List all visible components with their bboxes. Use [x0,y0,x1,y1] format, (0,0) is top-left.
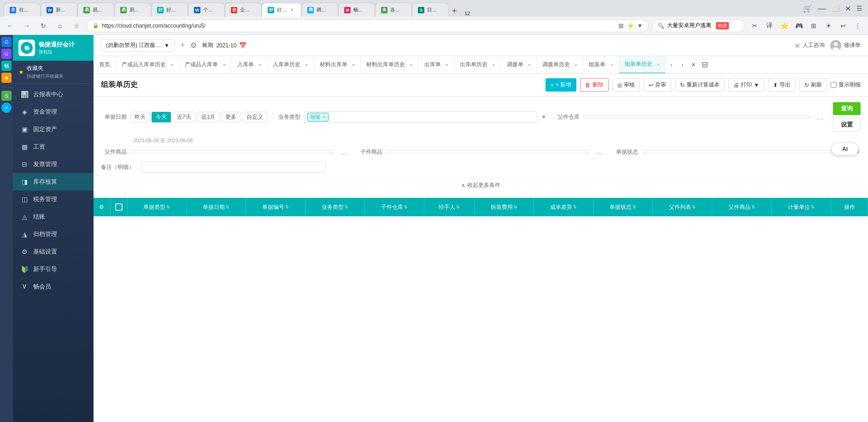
refresh-browser-btn[interactable]: ↻ [37,19,50,32]
browser-tab-1[interactable]: 在 在... [4,3,41,17]
col-child-warehouse[interactable]: 子件仓库 ⇅ [365,198,424,216]
col-dismantle-fee-sort-icon[interactable]: ⇅ [514,205,517,209]
tab-material-out-close[interactable]: × [352,62,355,68]
app-tab-home[interactable]: 首页 [94,56,116,74]
app-tab-stock-in-hist[interactable]: 入库单历史 × [267,56,314,74]
browser-tab-4[interactable]: 易 易... [114,3,151,17]
select-all-checkbox[interactable] [115,203,123,211]
add-company-btn[interactable]: + [180,40,185,50]
ai-floating-btn[interactable]: Ai [831,143,859,156]
browser-tab-3[interactable]: 易 易... [77,3,114,17]
browser-search-box[interactable]: 🔍 大量安卓用户逃离 热搜 [652,19,745,32]
col-date-sort-icon[interactable]: ⇅ [226,205,229,209]
tab-close-all-icon[interactable]: ⊟ [699,59,710,70]
app-tab-assembly[interactable]: 调拨单 × [501,56,537,74]
biz-type-tag[interactable]: 组装 × [307,113,328,121]
settings-gear-icon[interactable]: ⚙ [190,41,197,50]
ext-icon-6[interactable]: + [1,103,12,113]
tab-kit-close[interactable]: × [610,62,613,68]
browser-tab-5[interactable]: 好 好... [151,3,188,17]
sidebar-item-settlement[interactable]: ◬ 结账 [13,208,94,225]
tab-stock-in-close[interactable]: × [258,62,261,68]
ext-icon-3[interactable]: 畅 [1,61,12,71]
col-cost-diff-sort-icon[interactable]: ⇅ [573,205,577,209]
search-btn[interactable]: 查询 [833,102,861,115]
print-dropdown[interactable]: ▼ [754,82,759,88]
browser-tab-7[interactable]: 企 企... [225,3,262,17]
service-btn[interactable]: ☏ 人工咨询 [794,41,825,49]
app-tab-stock-out-hist[interactable]: 出库单历史 × [454,56,501,74]
sidebar-item-invoice[interactable]: ⊟ 发票管理 [13,156,94,173]
tab-prev-btn[interactable]: ‹ [666,59,677,70]
tab-prod-in-close[interactable]: × [223,62,225,68]
export-btn[interactable]: ⬆ 导出 [768,78,796,92]
col-status-sort-icon[interactable]: ⇅ [633,205,636,209]
minimize-btn[interactable]: — [816,4,828,13]
col-type[interactable]: 单据类型 ⇅ [127,198,187,216]
print-btn[interactable]: 🖨 打印 ▼ [728,78,764,92]
forward-btn[interactable]: → [20,19,33,32]
gear-column-icon[interactable]: ⚙ [99,204,104,210]
date-btn-yesterday[interactable]: 昨天 [130,112,150,122]
recalc-btn[interactable]: ↻ 重新计算成本 [675,78,725,92]
browser-tab-6[interactable]: W 个... [188,3,225,17]
audit-btn[interactable]: ◎ 审核 [612,78,640,92]
app-tab-prod-in-hist[interactable]: 产成品入库单历史 × [116,56,179,74]
col-child-warehouse-sort-icon[interactable]: ⇅ [404,205,408,209]
child-goods-input[interactable] [386,150,590,153]
col-type-sort-icon[interactable]: ⇅ [166,205,170,209]
period-selector[interactable]: 账期 2021-10 📅 [202,41,246,49]
sidebar-item-tax[interactable]: ◫ 税务管理 [13,191,94,208]
ext-icon-1[interactable]: G [1,37,12,47]
tab-kit-hist-close[interactable]: × [657,62,660,67]
browser-tab-11[interactable]: 各 各... [375,3,412,17]
sidebar-item-inventory[interactable]: ◨ 库存核算 [13,173,94,191]
app-tab-assembly-hist[interactable]: 调拨单历史 × [537,56,583,74]
ext-icon-2[interactable]: U [1,49,12,59]
tab-stock-in-hist-close[interactable]: × [305,62,308,68]
parent-warehouse-input[interactable] [583,116,811,118]
date-btn-7days[interactable]: 近7天 [173,112,195,122]
col-status[interactable]: 单据状态 ⇅ [593,198,653,216]
scissors-icon[interactable]: ✂ [748,19,761,32]
col-biz-type[interactable]: 业务类型 ⇅ [305,198,365,216]
tab-stock-out-close[interactable]: × [446,62,448,68]
col-parent-goods-sort-icon[interactable]: ⇅ [751,205,755,209]
col-gear[interactable]: ⚙ [94,198,110,216]
delete-btn[interactable]: 🗑 删除 [580,78,609,92]
tab-prod-in-hist-close[interactable]: × [170,62,173,68]
col-parent-list-sort-icon[interactable]: ⇅ [692,205,696,209]
app-tab-kit[interactable]: 组装单 × [583,56,619,74]
filter-settings-btn[interactable]: 设置 [833,118,861,132]
refresh-page-btn[interactable]: ↻ 刷新 [799,78,827,92]
date-btn-custom[interactable]: 自定义 [242,112,267,122]
col-parent-goods[interactable]: 父件商品 ⇅ [712,198,772,216]
sun-icon[interactable]: ☀ [822,19,835,32]
col-check[interactable] [110,198,127,216]
tab-assembly-hist-close[interactable]: × [575,62,577,68]
ext-icon-4[interactable]: ★ [1,73,12,83]
sidebar-item-reports[interactable]: 📊 云报表中心 [13,86,94,103]
home-browser-btn[interactable]: ⌂ [53,19,66,32]
collapse-btn[interactable]: ∧ 收起更多条件 [101,178,861,192]
company-selector[interactable]: (勿删勿禁用) 江西服宝测试专用 ▼ [101,39,175,52]
date-btn-today[interactable]: 今天 [152,112,171,122]
col-number-sort-icon[interactable]: ⇅ [285,205,289,209]
sidebar-item-fixed-assets[interactable]: ▣ 固定资产 [13,121,94,138]
lightning-icon[interactable]: ⚡ [627,22,634,29]
parent-goods-input[interactable] [130,150,334,153]
tab-material-out-hist-close[interactable]: × [410,62,412,68]
grid-icon[interactable]: ⊞ [618,22,624,29]
col-date[interactable]: 单据日期 ⇅ [187,198,246,216]
sidebar-item-member[interactable]: V 畅会员 [13,278,94,295]
browser-tab-2[interactable]: W 新... [41,3,77,17]
ext-icon-5[interactable]: S [1,91,12,101]
app-tab-prod-in[interactable]: 产成品入库单 × [179,56,231,74]
show-detail-checkbox[interactable] [831,82,837,88]
col-handler-sort-icon[interactable]: ⇅ [456,205,460,209]
col-unit-sort-icon[interactable]: ⇅ [811,205,815,209]
maximize-btn[interactable]: ⬜ [830,5,841,12]
sidebar-item-funds[interactable]: ◈ 资金管理 [13,103,94,121]
sidebar-item-guide[interactable]: 🔰 新手引导 [13,260,94,278]
address-dropdown-icon[interactable]: ▼ [637,23,643,29]
